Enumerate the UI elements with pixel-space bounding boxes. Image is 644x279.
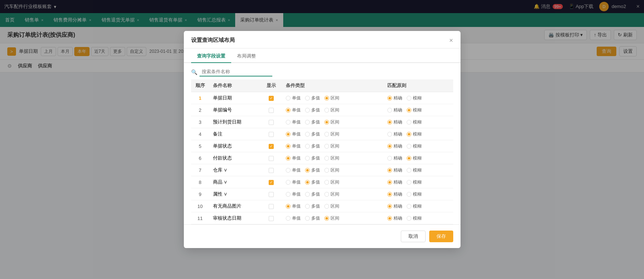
modal-header: 设置查询区域布局 × [184,31,461,48]
modal-tab-query-fields[interactable]: 查询字段设置 [191,50,231,63]
search-icon: 🔍 [191,69,197,73]
modal-tabs: 查询字段设置 布局调整 [184,50,461,63]
modal-overlay: 设置查询区域布局 × 查询字段设置 布局调整 🔍 顺序 条件名称 显示 条件类型 [0,0,644,72]
modal-title: 设置查询区域布局 [191,37,235,44]
search-input[interactable] [199,67,272,72]
modal-close-button[interactable]: × [449,37,453,44]
modal-tab-layout[interactable]: 布局调整 [231,50,262,63]
modal-search-area: 🔍 [184,63,461,72]
modal-dialog: 设置查询区域布局 × 查询字段设置 布局调整 🔍 顺序 条件名称 显示 条件类型 [184,31,461,72]
